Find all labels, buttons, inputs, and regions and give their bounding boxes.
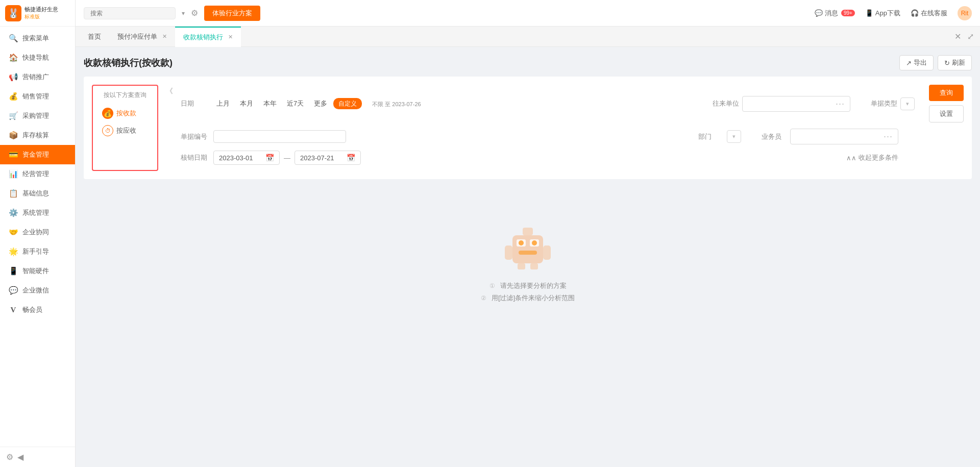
page-title: 收款核销执行(按收款) [84,57,173,69]
messages-label: 消息 [825,9,838,18]
online-service-button[interactable]: 🎧 在线客服 [911,9,947,18]
tab-receivables[interactable]: 收款核销执行 ✕ [175,27,241,47]
dept-arrow-icon: ▾ [732,133,736,140]
sidebar-item-guide[interactable]: 🌟 新手引导 [0,242,75,261]
salesperson-group: 业务员 ··· [762,129,898,144]
tab-prepay-close-icon[interactable]: ✕ [162,33,167,40]
sidebar-item-finance[interactable]: 💳 资金管理 [0,145,75,164]
last-7-days-btn[interactable]: 近7天 [283,98,308,109]
writeoff-date-end[interactable]: 2023-07-21 📅 [295,151,361,165]
counterparty-dots-icon[interactable]: ··· [836,99,845,109]
sidebar-item-system[interactable]: ⚙️ 系统管理 [0,203,75,223]
industry-plan-button[interactable]: 体验行业方案 [204,6,260,21]
export-icon: ↗ [906,59,912,67]
settings-bottom-icon[interactable]: ⚙ [6,452,13,462]
this-month-btn[interactable]: 本月 [236,98,257,109]
user-profile[interactable]: Rit [958,6,972,20]
filter-by-receivable[interactable]: ⏱ 按应收 [98,122,152,139]
collapse-more-button[interactable]: ∧∧ 收起更多条件 [846,153,898,162]
salesperson-input-wrap[interactable]: ··· [790,129,898,144]
more-date-btn[interactable]: 更多 [310,98,331,109]
sidebar-item-search[interactable]: 🔍 搜索菜单 [0,29,75,48]
collapse-more-area: ∧∧ 收起更多条件 [846,153,898,162]
bill-no-input-wrap[interactable] [213,130,346,143]
logo-text-group: 畅捷通好生意 标准版 [24,6,58,20]
export-button[interactable]: ↗ 导出 [899,55,934,70]
hardware-nav-icon: 📱 [8,266,18,276]
sidebar-item-basic[interactable]: 📋 基础信息 [0,184,75,203]
date-sub-text: 不限 至 2023-07-26 [372,101,421,108]
tab-receivables-label: 收款核销执行 [183,33,223,42]
settings-button[interactable]: 设置 [929,105,964,122]
member-nav-icon: V [8,306,18,314]
sales-nav-icon: 💰 [8,92,18,101]
custom-date-btn[interactable]: 自定义 [333,98,362,109]
svg-rect-7 [505,245,512,260]
collapse-icon: 《 [166,87,173,96]
app-download-button[interactable]: 📱 App下载 [865,9,900,18]
writeoff-date-label: 核销日期 [181,153,207,162]
filter-main: 日期 上月 本月 本年 近7天 更多 自定义 不限 至 2023-07-26 [181,85,964,171]
tab-prepay-label: 预付冲应付单 [117,32,157,41]
messages-button[interactable]: 💬 消息 99+ [815,9,855,18]
tab-home[interactable]: 首页 [80,27,109,47]
bill-type-select[interactable]: ▾ [900,97,915,110]
bill-no-input[interactable] [219,133,340,140]
sidebar-item-inventory[interactable]: 📦 库存核算 [0,126,75,145]
sidebar-item-purchase[interactable]: 🛒 采购管理 [0,106,75,126]
counterparty-label: 往来单位 [713,99,739,108]
sidebar-item-member-label: 畅会员 [22,305,42,314]
topbar-search-input[interactable] [84,7,176,19]
refresh-icon: ↻ [944,59,950,67]
refresh-button[interactable]: ↻ 刷新 [938,55,972,70]
wechat-nav-icon: 💬 [8,286,18,295]
sidebar-item-marketing[interactable]: 📢 营销推广 [0,67,75,87]
salesperson-input[interactable] [796,133,881,140]
tab-home-label: 首页 [88,32,101,41]
collapse-more-label: 收起更多条件 [859,153,898,162]
writeoff-date-range: 2023-03-01 📅 — 2023-07-21 📅 [213,151,361,165]
tab-prepay[interactable]: 预付冲应付单 ✕ [109,27,175,47]
filter-collapse-button[interactable]: 《 [164,85,175,96]
svg-rect-5 [519,251,537,255]
collapse-sidebar-icon[interactable]: ◀ [17,452,23,462]
svg-rect-6 [523,228,533,235]
empty-hint-2: ② 用[过滤]条件来缩小分析范围 [481,293,575,303]
sidebar-item-member[interactable]: V 畅会员 [0,300,75,319]
filter-by-receipt[interactable]: 💰 按收款 [98,105,152,122]
query-button[interactable]: 查询 [929,85,964,101]
sidebar-item-corp[interactable]: 🤝 企业协同 [0,223,75,242]
topbar-chevron-icon[interactable]: ▾ [182,10,185,17]
sidebar-item-shortcut[interactable]: 🏠 快捷导航 [0,48,75,67]
receivable-filter-icon: ⏱ [102,125,113,136]
svg-rect-0 [512,235,543,263]
salesperson-dots-icon[interactable]: ··· [884,131,893,142]
writeoff-date-end-text: 2023-07-21 [300,154,334,162]
sidebar-item-sales[interactable]: 💰 销售管理 [0,87,75,106]
bill-type-arrow-icon: ▾ [906,101,909,107]
sidebar-item-shortcut-label: 快捷导航 [22,53,49,62]
sidebar-item-hardware[interactable]: 📱 智能硬件 [0,261,75,281]
page-header: 收款核销执行(按收款) ↗ 导出 ↻ 刷新 [84,55,972,70]
tab-receivables-close-icon[interactable]: ✕ [228,34,233,40]
counterparty-input[interactable] [748,100,834,108]
filter-by-receivable-label: 按应收 [116,126,136,135]
sidebar-item-business[interactable]: 📊 经营管理 [0,164,75,184]
last-month-btn[interactable]: 上月 [212,98,234,109]
this-year-btn[interactable]: 本年 [259,98,281,109]
topbar-gear-icon[interactable]: ⚙ [191,8,198,18]
main-area: ▾ ⚙ 体验行业方案 💬 消息 99+ 📱 App下载 🎧 在线客服 Rit [76,0,980,467]
dept-select[interactable]: ▾ [727,130,741,143]
bill-type-group: 单据类型 ▾ [871,97,915,110]
writeoff-date-start[interactable]: 2023-03-01 📅 [213,151,280,165]
counterparty-input-wrap[interactable]: ··· [742,96,850,112]
refresh-label: 刷新 [952,58,965,67]
sidebar-item-marketing-label: 营销推广 [22,72,49,82]
sidebar: 🐰 畅捷通好生意 标准版 🔍 搜索菜单 🏠 快捷导航 📢 营销推广 💰 销售管理… [0,0,76,467]
restore-tab-button[interactable]: ⤢ [965,30,976,43]
sidebar-item-wechat[interactable]: 💬 企业微信 [0,281,75,300]
corp-nav-icon: 🤝 [8,228,18,237]
close-tab-button[interactable]: ✕ [952,30,963,43]
guide-nav-icon: 🌟 [8,247,18,256]
dept-label: 部门 [698,132,724,141]
